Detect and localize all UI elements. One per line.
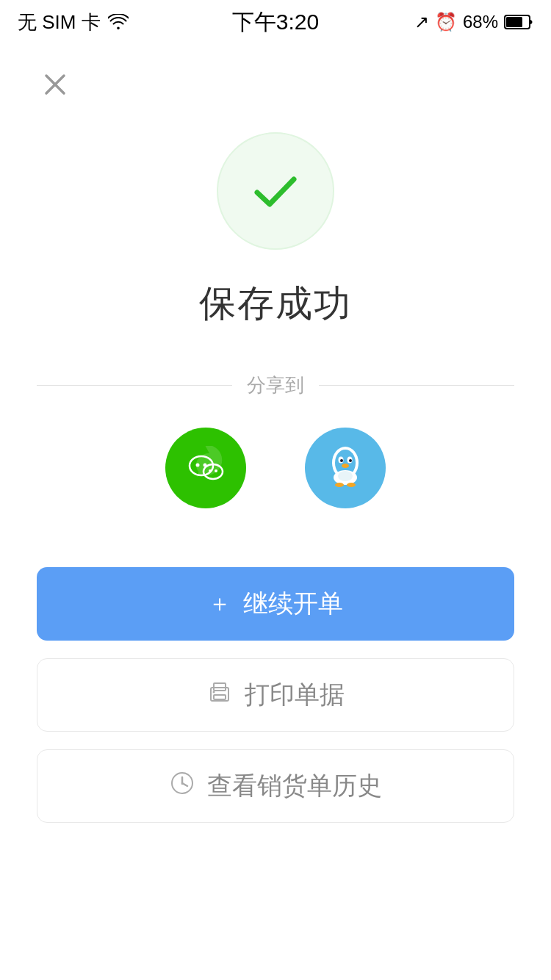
print-icon xyxy=(206,679,233,711)
share-divider: 分享到 xyxy=(37,372,514,398)
wifi-icon xyxy=(108,14,129,30)
svg-line-28 xyxy=(182,783,187,786)
alarm-icon: ⏰ xyxy=(435,12,457,32)
svg-point-19 xyxy=(335,483,344,487)
history-label: 查看销货单历史 xyxy=(207,769,382,803)
svg-point-16 xyxy=(349,459,352,462)
svg-point-25 xyxy=(213,691,215,693)
location-icon: ↗ xyxy=(414,12,429,32)
svg-point-8 xyxy=(204,464,207,467)
divider-right xyxy=(319,385,514,386)
svg-rect-24 xyxy=(214,695,226,699)
continue-button[interactable]: ＋ 继续开单 xyxy=(37,567,514,641)
battery-label: 68% xyxy=(463,12,498,32)
svg-point-20 xyxy=(347,483,356,487)
success-title: 保存成功 xyxy=(199,279,352,328)
wechat-icon xyxy=(181,446,230,490)
carrier-label: 无 SIM 卡 xyxy=(18,10,101,35)
success-area: 保存成功 xyxy=(37,132,514,328)
svg-point-15 xyxy=(340,459,343,462)
svg-point-9 xyxy=(209,469,212,472)
svg-rect-1 xyxy=(506,17,522,27)
svg-point-10 xyxy=(215,469,217,472)
qq-share-button[interactable] xyxy=(305,428,386,508)
battery-icon xyxy=(504,14,533,30)
svg-point-17 xyxy=(342,464,349,468)
svg-point-21 xyxy=(338,471,353,481)
status-time: 下午3:20 xyxy=(232,7,319,37)
share-label: 分享到 xyxy=(232,372,319,398)
plus-icon: ＋ xyxy=(208,588,231,620)
divider-left xyxy=(37,385,232,386)
qq-icon xyxy=(321,442,370,494)
actions: ＋ 继续开单 打印单据 xyxy=(37,567,514,823)
history-button[interactable]: 查看销货单历史 xyxy=(37,749,514,823)
status-bar: 无 SIM 卡 下午3:20 ↗ ⏰ 68% xyxy=(0,0,551,44)
svg-point-7 xyxy=(196,464,200,467)
continue-label: 继续开单 xyxy=(243,587,343,621)
clock-icon xyxy=(169,770,195,802)
print-button[interactable]: 打印单据 xyxy=(37,658,514,732)
main-content: 保存成功 分享到 xyxy=(0,44,551,823)
success-circle xyxy=(217,132,334,250)
status-left: 无 SIM 卡 xyxy=(18,10,129,35)
status-right: ↗ ⏰ 68% xyxy=(414,12,533,32)
share-icons xyxy=(37,428,514,508)
close-button[interactable] xyxy=(37,66,73,103)
wechat-share-button[interactable] xyxy=(165,428,246,508)
checkmark-icon xyxy=(246,162,305,220)
print-label: 打印单据 xyxy=(245,678,345,712)
